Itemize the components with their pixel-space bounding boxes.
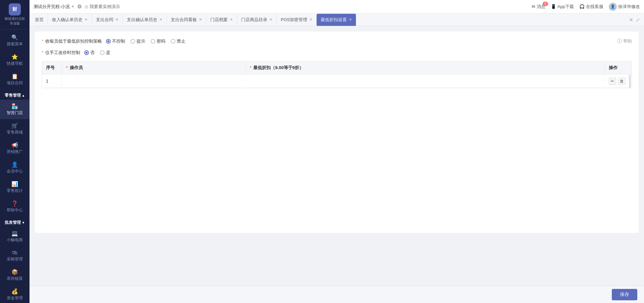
tab-store-file-close[interactable]: ✕	[230, 18, 233, 21]
sidebar-item-retail-mall-label: 零售商城	[7, 130, 23, 135]
topbar-settings-button[interactable]: ⚙	[77, 3, 82, 10]
sidebar-item-marketing[interactable]: 📢 营销推广	[0, 139, 30, 158]
tab-payment-confirm-close[interactable]: ✕	[159, 18, 162, 21]
th-discount-required: *	[250, 65, 252, 70]
sidebar-item-inventory[interactable]: 📦 库存核算	[0, 265, 30, 285]
app-download-button[interactable]: 📱 App下载	[551, 4, 574, 10]
radio-forbid[interactable]: 禁止	[171, 38, 185, 44]
online-service-label: 在线客服	[586, 4, 603, 10]
sidebar-item-batch[interactable]: 批发管理 ▼	[0, 216, 30, 227]
sidebar-item-inventory-label: 库存核算	[7, 276, 23, 282]
radio-no-control[interactable]: 不控制	[106, 38, 125, 44]
tab-income-confirm-close[interactable]: ✕	[85, 18, 88, 21]
radio-no-control-circle[interactable]	[106, 39, 111, 44]
service-icon: 🎧	[579, 4, 585, 9]
radio-password-circle[interactable]	[151, 39, 155, 44]
tab-payment-board-close[interactable]: ✕	[199, 18, 202, 21]
topbar-right: ✉ 消息 8 📱 App下载 🎧 在线客服 👤 徐泽华修改	[532, 3, 640, 11]
content: * 收银员低于最低折扣控制策略 不控制 提示 密码	[30, 26, 644, 286]
logo-icon: 财	[9, 3, 21, 15]
online-service-button[interactable]: 🎧 在线客服	[579, 4, 603, 10]
sidebar-item-smart-store[interactable]: 🏪 智营门店	[0, 100, 30, 119]
tab-min-discount-close[interactable]: ✕	[349, 18, 352, 21]
sidebar-item-retail-stats[interactable]: 📊 零售统计	[0, 178, 30, 197]
retail-label: 零售管理	[5, 93, 21, 98]
avatar-icon: 👤	[610, 4, 615, 9]
delete-row-button[interactable]: 🗑	[618, 78, 626, 85]
radio-no-control-label: 不控制	[112, 38, 125, 44]
retail-stats-icon: 📊	[11, 181, 18, 187]
topbar-left: 测试分开完程-小况 ▼ ⚙ ◎ 我要看实例演示	[34, 3, 532, 10]
discount-table: 序号 * 操作员 * 最低折扣（9.00等于9折） 操作	[42, 61, 632, 88]
th-action: 操作	[605, 61, 632, 74]
radio-no[interactable]: 否	[84, 50, 95, 56]
sidebar-item-ecommerce[interactable]: 💻 小畅电商	[0, 227, 30, 246]
tab-pos-pwd[interactable]: POS加密管理 ✕	[277, 14, 317, 26]
radio-yes[interactable]: 是	[100, 50, 110, 56]
tab-pos-pwd-close[interactable]: ✕	[309, 18, 312, 21]
sidebar-item-retail[interactable]: 零售管理 ▲	[0, 89, 30, 100]
sidebar-logo: 财 畅捷通好业财 专业版	[0, 0, 30, 30]
sidebar-item-retail-mall[interactable]: 🛒 零售商城	[0, 119, 30, 139]
table-scrollbar[interactable]	[629, 75, 631, 88]
help-link[interactable]: ⓘ 帮助	[617, 38, 632, 44]
sidebar-item-nav-label: 快捷导航	[7, 61, 23, 66]
radio-remind-circle[interactable]	[130, 39, 135, 44]
finance-icon: 💰	[11, 288, 18, 295]
sidebar-item-nav[interactable]: ⭐ 快捷导航	[0, 50, 30, 70]
radio-no-circle[interactable]	[84, 50, 89, 55]
table-header: 序号 * 操作员 * 最低折扣（9.00等于9折） 操作	[42, 61, 632, 74]
project-selector[interactable]: 测试分开完程-小况 ▼	[34, 4, 74, 10]
tab-payment-board[interactable]: 支出合同看板 ✕	[167, 14, 206, 26]
tab-payment-confirm-label: 支出确认单历史	[127, 17, 157, 23]
demo-link[interactable]: ◎ 我要看实例演示	[85, 4, 120, 10]
radio-password[interactable]: 密码	[151, 38, 165, 44]
th-operator: * 操作员	[62, 61, 246, 74]
tab-store-file[interactable]: 门店档案 ✕	[206, 14, 237, 26]
nav-icon: ⭐	[11, 54, 18, 60]
radio-forbid-circle[interactable]	[171, 39, 175, 44]
tab-store-goods[interactable]: 门店商品目录 ✕	[237, 14, 277, 26]
message-icon: ✉	[532, 4, 535, 9]
sidebar-item-help-label: 帮助中心	[7, 207, 23, 213]
tabs-right: ✕ ⤢	[629, 17, 643, 22]
save-button[interactable]: 保存	[612, 289, 637, 300]
sidebar-item-finance[interactable]: 💰 资金管理	[0, 285, 30, 303]
edit-icon: ✏	[611, 79, 614, 84]
retail-mall-icon: 🛒	[11, 122, 18, 129]
th-seq: 序号	[42, 61, 62, 74]
tab-home[interactable]: 首页	[31, 14, 48, 26]
app-download-icon: 📱	[551, 4, 556, 9]
demo-link-label: 我要看实例演示	[90, 4, 120, 10]
help-icon: ❓	[11, 200, 18, 207]
edit-row-button[interactable]: ✏	[609, 78, 616, 85]
sidebar-item-help[interactable]: ❓ 帮助中心	[0, 197, 30, 216]
tab-income-confirm[interactable]: 收入确认单历史 ✕	[48, 14, 92, 26]
ecommerce-icon: 💻	[11, 230, 18, 237]
table-row: 1 ✏ 🗑	[42, 74, 632, 88]
manual-price-row: * 仅手工改价时控制 否 是	[42, 50, 632, 56]
tab-store-goods-close[interactable]: ✕	[269, 18, 272, 21]
member-icon: 👤	[11, 161, 18, 168]
user-info[interactable]: 👤 徐泽华修改	[609, 3, 640, 11]
tab-close-button[interactable]: ✕	[629, 17, 633, 22]
tab-payment-contract-close[interactable]: ✕	[115, 18, 118, 21]
help-circle-icon: ⓘ	[617, 38, 622, 44]
logo-text: 畅捷通好业财	[5, 16, 25, 21]
radio-yes-circle[interactable]	[100, 50, 105, 55]
tab-payment-contract[interactable]: 支出合同 ✕	[92, 14, 123, 26]
sidebar-item-member[interactable]: 👤 会员中心	[0, 158, 30, 178]
tab-expand-button[interactable]: ⤢	[636, 17, 640, 22]
sidebar-item-smart-store-label: 智营门店	[7, 110, 23, 116]
messages-button[interactable]: ✉ 消息 8	[532, 4, 545, 10]
retail-arrow-icon: ▲	[22, 94, 25, 97]
tab-min-discount[interactable]: 最低折扣设置 ✕	[317, 14, 356, 26]
project-name: 测试分开完程-小况	[34, 4, 70, 10]
tab-payment-confirm[interactable]: 支出确认单历史 ✕	[123, 14, 167, 26]
sidebar-item-search[interactable]: 🔍 搜索菜单	[0, 31, 30, 50]
radio-remind[interactable]: 提示	[130, 38, 145, 44]
sidebar-item-purchase[interactable]: 🛍 采购管理	[0, 246, 30, 265]
sidebar-item-project[interactable]: 📋 项目合同	[0, 70, 30, 89]
sidebar-item-purchase-label: 采购管理	[7, 256, 23, 262]
inventory-icon: 📦	[11, 269, 18, 275]
